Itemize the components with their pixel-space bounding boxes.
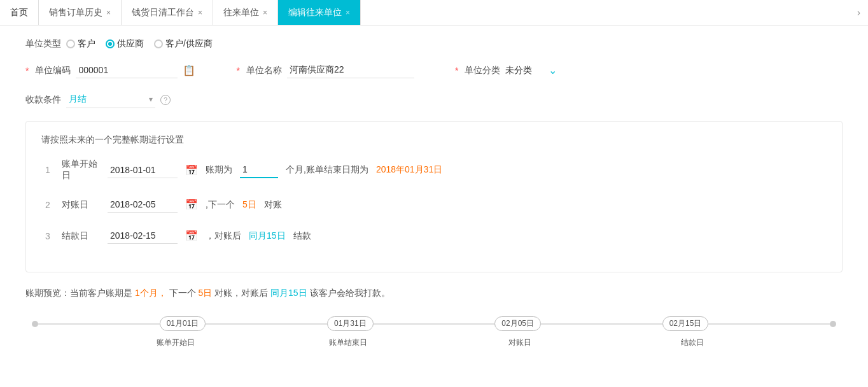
timeline-label-2: 账单结束日 <box>329 337 367 348</box>
radio-both[interactable]: 客户/供应商 <box>154 38 213 50</box>
preview-suffix: 该客户会给我打款。 <box>310 288 390 298</box>
row-1-num: 1 <box>41 165 54 175</box>
row-2-label: 对账日 <box>62 199 100 211</box>
unit-code-icon[interactable]: 📋 <box>183 64 195 76</box>
row-1-period-label: 账期为 <box>206 164 232 176</box>
row-3-label: 结款日 <box>62 230 100 242</box>
tab-trading-unit-label: 往来单位 <box>223 7 259 18</box>
radio-supplier-circle <box>106 39 115 48</box>
radio-both-label: 客户/供应商 <box>165 38 213 50</box>
unit-name-label: 单位名称 <box>246 65 282 76</box>
timeline-label-4: 结款日 <box>681 337 704 348</box>
row-1-date-input[interactable] <box>108 162 178 178</box>
row-2-desc-prefix: ,下一个 <box>206 199 235 211</box>
timeline-badge-1: 01月01日 <box>160 316 206 331</box>
row-3-highlight: 同月15日 <box>249 230 286 242</box>
setting-row-3: 3 结款日 📅 ，对账后 同月15日 结款 <box>41 228 827 244</box>
row-3-desc-prefix: ，对账后 <box>206 230 241 242</box>
timeline-line-4 <box>541 323 662 325</box>
unit-code-field: * 单位编码 📋 <box>25 62 195 78</box>
row-1-period-unit: 个月,账单结束日期为 <box>286 164 368 176</box>
row-1-label: 账单开始日 <box>62 158 100 181</box>
row-2-cal-icon[interactable]: 📅 <box>185 199 198 211</box>
timeline-line-3 <box>374 323 495 325</box>
tab-home[interactable]: 首页 <box>0 0 39 25</box>
unit-type-label: 单位类型 <box>25 38 61 50</box>
row-2-desc-suffix: 对账 <box>264 199 282 211</box>
tab-cash-work-label: 钱货日清工作台 <box>132 7 194 18</box>
unit-code-input[interactable] <box>76 62 178 78</box>
unit-code-label: 单位编码 <box>35 65 71 76</box>
unit-class-label: 单位分类 <box>465 65 500 76</box>
unit-name-field: * 单位名称 <box>236 62 414 78</box>
tab-home-label: 首页 <box>10 7 28 18</box>
tab-sales-order-close[interactable]: × <box>106 8 111 17</box>
timeline-start-dot <box>32 321 38 327</box>
timeline-track: 01月01日 01月31日 02月05日 02月15日 <box>32 316 836 331</box>
timeline-container: 01月01日 01月31日 02月05日 02月15日 账单开始日 <box>25 316 843 348</box>
row-3-desc-suffix: 结款 <box>293 230 311 242</box>
preview-after: 对账，对账后 <box>214 288 268 298</box>
tab-trading-unit[interactable]: 往来单位 × <box>213 0 278 25</box>
timeline-point-3: 02月05日 <box>494 316 541 331</box>
timeline-badge-3: 02月05日 <box>494 316 541 331</box>
unit-class-value: 未分类 <box>505 65 543 76</box>
row-2-date-input[interactable] <box>108 197 178 213</box>
radio-customer-label: 客户 <box>78 38 95 50</box>
tab-cash-work-close[interactable]: × <box>198 8 202 17</box>
row-3-cal-icon[interactable]: 📅 <box>185 230 198 242</box>
setting-row-2: 2 对账日 📅 ,下一个 5日 对账 <box>41 197 827 213</box>
radio-supplier-label: 供应商 <box>117 38 144 50</box>
unit-type-row: 单位类型 客户 供应商 客户/供应商 <box>25 38 843 50</box>
row-3-num: 3 <box>41 231 54 241</box>
preview-pay: 同月15日 <box>270 288 307 298</box>
tab-trading-unit-close[interactable]: × <box>263 8 267 17</box>
tab-sales-order[interactable]: 销售订单历史 × <box>39 0 122 25</box>
payment-terms-label: 收款条件 <box>25 94 61 106</box>
timeline-point-1: 01月01日 <box>160 316 206 331</box>
preview-text: 账期预览：当前客户账期是 1个月， 下一个 5日 对账，对账后 同月15日 该客… <box>25 285 843 301</box>
tab-bar: 首页 销售订单历史 × 钱货日清工作台 × 往来单位 × 编辑往来单位 × › <box>0 0 868 25</box>
payment-terms-row: 收款条件 月结 ▾ ? <box>25 91 843 108</box>
row-2-num: 2 <box>41 200 54 210</box>
row-3-date-input[interactable] <box>108 228 178 244</box>
tab-more-button[interactable]: › <box>850 7 868 18</box>
unit-name-input[interactable] <box>287 62 414 78</box>
unit-class-select[interactable]: 未分类 ⌄ <box>505 64 633 76</box>
unit-class-field: * 单位分类 未分类 ⌄ <box>455 64 633 76</box>
settings-card-title: 请按照未来的一个完整帐期进行设置 <box>41 134 827 146</box>
main-content: 单位类型 客户 供应商 客户/供应商 * 单位编码 <box>0 25 868 387</box>
row-1-end-date: 2018年01月31日 <box>376 164 442 176</box>
unit-class-star: * <box>455 66 458 76</box>
unit-class-arrow-icon: ⌄ <box>549 64 557 76</box>
radio-both-circle <box>154 39 163 48</box>
payment-terms-value: 月结 <box>69 94 144 105</box>
row-1-period-input[interactable] <box>240 162 278 178</box>
preview-mid: 下一个 <box>169 288 196 298</box>
timeline-labels: 账单开始日 账单结束日 对账日 结款日 <box>32 331 836 348</box>
tab-edit-trading-unit-close[interactable]: × <box>346 8 350 17</box>
settings-card: 请按照未来的一个完整帐期进行设置 1 账单开始日 📅 账期为 个月,账单结束日期… <box>25 121 843 272</box>
radio-customer[interactable]: 客户 <box>66 38 95 50</box>
unit-code-star: * <box>25 66 29 76</box>
timeline-end-dot <box>830 321 836 327</box>
unit-info-row: * 单位编码 📋 * 单位名称 * 单位分类 未分类 ⌄ <box>25 62 843 78</box>
tab-cash-work[interactable]: 钱货日清工作台 × <box>122 0 213 25</box>
tab-edit-trading-unit[interactable]: 编辑往来单位 × <box>278 0 361 25</box>
preview-prefix: 账期预览：当前客户账期是 <box>25 288 132 298</box>
payment-terms-help-icon[interactable]: ? <box>160 95 171 105</box>
timeline-badge-2: 01月31日 <box>327 316 374 331</box>
preview-day: 5日 <box>198 288 212 298</box>
row-2-highlight: 5日 <box>242 199 256 211</box>
timeline-label-3: 对账日 <box>508 337 531 348</box>
radio-customer-circle <box>66 39 75 48</box>
timeline-line-5 <box>708 323 830 325</box>
timeline-badge-4: 02月15日 <box>662 316 709 331</box>
radio-supplier[interactable]: 供应商 <box>106 38 144 50</box>
row-1-cal-icon[interactable]: 📅 <box>185 164 198 176</box>
timeline-label-1: 账单开始日 <box>157 337 195 348</box>
timeline-point-2: 01月31日 <box>327 316 374 331</box>
setting-row-1: 1 账单开始日 📅 账期为 个月,账单结束日期为 2018年01月31日 <box>41 158 827 181</box>
payment-terms-select[interactable]: 月结 ▾ <box>66 91 155 108</box>
unit-name-star: * <box>236 66 239 76</box>
